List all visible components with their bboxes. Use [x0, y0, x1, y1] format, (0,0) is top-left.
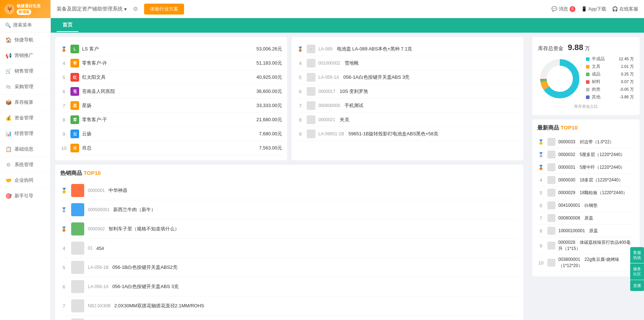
app-version: 标准版 [17, 9, 31, 15]
product-name: 中华神器 [109, 187, 518, 194]
product-name: 004100001 白钢垫 [558, 202, 635, 209]
legend-dot [586, 80, 590, 84]
customer-value: 36,600.00元 [256, 88, 282, 95]
customer-name: 零售客户-于 [82, 116, 253, 123]
legend-dot [586, 88, 590, 91]
product-name: 新西兰牛肉（新牛） [113, 206, 518, 213]
product-name: 0000031 5厘中纤（1220*2440） [558, 164, 635, 171]
rank-item: 5 红 红太阳文具 40,925.00元 [60, 70, 282, 85]
product-name: 0000028 体碳荔枝味苏打饮品400毫升（1*15） [558, 239, 635, 252]
app-download-item[interactable]: 📱 App下载 [581, 6, 606, 12]
hot-product-item: 6 LA-056-1A 056-1A白色按键开关盖ABS 3克 [60, 277, 518, 296]
customer-avatar: 零 [70, 115, 79, 124]
rank-number: 10 [60, 145, 68, 151]
trial-button[interactable]: 体验行业方案 [144, 4, 184, 15]
rank-number: 7 [60, 103, 68, 108]
product-info: 0000021 夹克 [318, 116, 518, 123]
rank-number: 9 [60, 131, 68, 137]
message-icon: 💬 [551, 6, 557, 12]
sidebar-item-system[interactable]: ⚙ 系统管理 [0, 157, 50, 173]
rank-item: 7 星 星扬 33,333.00元 [60, 99, 282, 113]
rank-number: 8 [297, 117, 304, 123]
legend-value: -0.05 万 [620, 87, 634, 92]
sidebar-item-inventory[interactable]: 📦 库存核算 [0, 95, 50, 110]
sidebar-item-basic[interactable]: 📋 基础信息 [0, 141, 50, 157]
new-product-item: 🥇 0000033 封边带（1.0*22） [537, 136, 635, 148]
product-image [71, 280, 84, 293]
product-thumb [547, 242, 555, 250]
sidebar-item-label: 库存核算 [15, 99, 33, 106]
legend-dot [586, 65, 590, 69]
sidebar-item-purchase[interactable]: 🛍 采购管理 [0, 79, 50, 95]
rank-number: 7 [297, 103, 304, 108]
new-product-item: 4 0000030 18多层（1220*2440） [537, 174, 635, 186]
rank-number: 6 [297, 89, 304, 94]
product-name: 0000030 18多层（1220*2440） [558, 177, 635, 183]
online-service-item[interactable]: 🎧 在线客服 [612, 6, 638, 12]
sales-icon: 🛒 [5, 68, 12, 74]
system-selector[interactable]: 装备及固定资产辅助管理系统 ▾ [57, 6, 127, 12]
sidebar-item-marketing[interactable]: 📢 营销推广 [0, 48, 50, 63]
rank-item: 8 零 零售客户-于 21,680.00元 [60, 113, 282, 127]
customer-name: 肖总 [82, 145, 256, 151]
sidebar-item-enterprise[interactable]: 🤝 企业协同 [0, 173, 50, 188]
rank-number: 9 [537, 243, 545, 249]
product-thumb [547, 151, 555, 159]
rank-number: 10 [537, 260, 545, 266]
rank-item: 9 云 云扬 7,680.00元 [60, 127, 282, 141]
sidebar-item-operation[interactable]: 📊 经营管理 [0, 126, 50, 141]
product-code: LA-056-1A [88, 284, 109, 289]
float-support: 客服热线 服务社区 直播 [630, 247, 644, 291]
rank-number: 🥈 [537, 152, 545, 157]
customer-service-button[interactable]: 客服热线 [630, 247, 644, 263]
product-image [71, 242, 84, 255]
notifications-label: 消息 [559, 6, 568, 12]
inventory-caption: 库存资金占比 [538, 104, 634, 109]
inventory-title-text: 库存总资金 [538, 45, 563, 51]
new-products-card: 最新商品 TOP10 🥇 0000033 封边带（1.0*22） 🥈 00000… [532, 119, 640, 276]
new-product-item: 5 0000029 18颗粒板（1220*2440） [537, 186, 635, 199]
product-code: NB2.0X30B [88, 303, 111, 308]
customer-value: 33,333.00元 [256, 102, 282, 109]
live-button[interactable]: 直播 [630, 280, 644, 291]
product-name: 2.0X30MM双搓花轴搓花直径2.1MM/ROHS [114, 303, 518, 309]
rank-number: 6 [60, 89, 68, 94]
legend-dot [586, 95, 590, 99]
legend-value: 12.45 万 [619, 56, 634, 62]
headset-icon: 🎧 [612, 6, 618, 12]
quick-nav-icon: 🏠 [5, 37, 12, 43]
rank-number: 7 [60, 303, 68, 309]
rank-number: 4 [60, 246, 68, 251]
product-info: 0000017 10S 变刹罗煞 [318, 88, 518, 95]
notifications-item[interactable]: 💬 消息 6 [551, 6, 575, 12]
sidebar-item-finance[interactable]: 💰 资金管理 [0, 110, 50, 126]
product-rank-item: 9 LA-59651-1B 59651-1B旋转投影灯电池盒ABS黑色+58克 [297, 127, 518, 141]
sidebar-item-quick-nav[interactable]: 🏠 快捷导航 [0, 32, 50, 48]
dropdown-arrow-icon: ▾ [124, 6, 127, 12]
rank-number: 🥇 [60, 188, 68, 193]
search-menu[interactable]: 🔍 搜索菜单 [0, 18, 50, 32]
top-rankings: 🥉 L LS 客户 53,006.26元 4 零 零售客户-许 51,183.0… [55, 37, 523, 160]
rank-number: 5 [537, 190, 545, 196]
customer-name: 云扬 [82, 131, 256, 137]
legend-value: 1.01 万 [621, 64, 634, 69]
inventory-amount: 9.88 [568, 43, 583, 52]
rank-number: 4 [537, 177, 545, 183]
customer-value: 40,925.00元 [256, 74, 282, 81]
product-image [71, 184, 84, 197]
main-area: 装备及固定资产辅助管理系统 ▾ ⚙ 体验行业方案 💬 消息 6 📱 App下载 … [51, 0, 644, 320]
new-product-item: 8 10000100001 原盖 [537, 225, 635, 237]
legend-item: 肉类 -0.05 万 [586, 86, 634, 93]
sidebar-item-sales[interactable]: 🛒 销售管理 [0, 63, 50, 79]
community-button[interactable]: 服务社区 [630, 263, 644, 280]
legend-item: 成品 0.25 万 [586, 71, 634, 77]
sidebar-item-guide[interactable]: 🎯 新手引导 [0, 188, 50, 204]
tab-home[interactable]: 首页 [57, 19, 78, 32]
sidebar-item-label: 快捷导航 [15, 37, 33, 43]
customer-avatar: 红 [70, 73, 79, 82]
product-name: 0000032 5厘多层（1220*2440） [558, 152, 635, 158]
finance-icon: 💰 [5, 115, 12, 121]
new-product-item: 7 000800008 原盖 [537, 212, 635, 225]
settings-button[interactable]: ⚙ [130, 4, 140, 14]
product-code: 0000001 [88, 188, 105, 193]
